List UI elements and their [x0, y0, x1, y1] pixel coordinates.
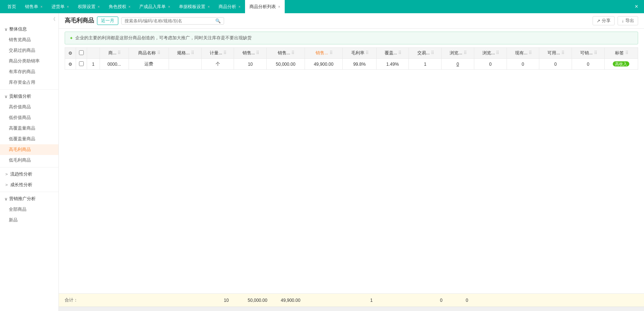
close-role-icon[interactable]: × [129, 5, 131, 9]
filter-recent-month-button[interactable]: 近一月 [97, 17, 118, 25]
sidebar-item-sales-overview[interactable]: 销售览商品 [0, 35, 58, 45]
nav-home-label: 首页 [7, 4, 16, 10]
close-product-warehouse-icon[interactable]: × [168, 5, 170, 9]
arrow-down-icon-2: ∨ [4, 94, 8, 99]
sidebar-collapse-button[interactable]: 《 [0, 13, 58, 24]
col-header-sales-amt[interactable]: 销售... ⠿ [267, 48, 305, 59]
col-header-trade-count[interactable]: 交易... ⠿ [409, 48, 442, 59]
bottom-scrollbar[interactable] [59, 307, 644, 311]
arrow-down-icon: ∨ [4, 27, 8, 32]
export-label: 导出 [625, 18, 634, 24]
close-template-icon[interactable]: × [208, 5, 210, 9]
select-all-checkbox[interactable] [79, 50, 84, 55]
col-header-settings[interactable]: ⚙ [65, 48, 76, 59]
col-header-available[interactable]: 可用... ⠿ [539, 48, 572, 59]
sidebar-item-traded-products[interactable]: 交易过的商品 [0, 45, 58, 56]
sidebar-item-high-margin[interactable]: 高毛利商品 [0, 144, 58, 155]
nav-tab-sales[interactable]: 销售单 × [21, 0, 47, 13]
row-browse-1[interactable]: 0 [442, 59, 474, 70]
table-footer: 合计： 10 50,000.00 49,900.00 1 0 0 [59, 293, 644, 307]
alert-icon: ✦ [69, 36, 73, 41]
search-icon[interactable]: 🔍 [215, 18, 221, 23]
sidebar-item-category-rate[interactable]: 商品分类助销率 [0, 56, 58, 66]
close-permission-icon[interactable]: × [98, 5, 100, 9]
nav-tab-role-label: 角色授权 [109, 4, 126, 10]
col-header-sales-profit[interactable]: 销售... ⠿ [305, 48, 342, 59]
row-sales-qty: 10 [234, 59, 267, 70]
sidebar-group-contribution[interactable]: ∨ 贡献值分析 [0, 91, 58, 102]
sidebar-item-in-stock[interactable]: 有库存的商品 [0, 66, 58, 77]
col-header-gross-rate[interactable]: 毛利率 ⠿ [343, 48, 377, 59]
col-header-unit[interactable]: 计量... ⠿ [201, 48, 234, 59]
sidebar-divider-3 [0, 192, 58, 192]
close-sales-icon[interactable]: × [40, 5, 43, 9]
sidebar-group-marketing[interactable]: ∨ 营销推广分析 [0, 194, 58, 204]
main-layout: 《 ∨ 整体信息 销售览商品 交易过的商品 商品分类助销率 有库存的商品 库存资… [0, 13, 644, 311]
col-header-check [76, 48, 87, 59]
sidebar-group-trend-label: 流趋性分析 [10, 171, 32, 177]
col-header-stock[interactable]: 现有... ⠿ [507, 48, 539, 59]
col-header-browse-2[interactable]: 浏览... ⠿ [474, 48, 507, 59]
row-check-0[interactable] [79, 61, 84, 66]
row-stock: 0 [507, 59, 539, 70]
close-purchase-icon[interactable]: × [67, 5, 69, 9]
sidebar-item-low-value[interactable]: 低价值商品 [0, 112, 58, 123]
footer-available: 0 [454, 298, 480, 303]
col-header-code[interactable]: 商... ⠿ [100, 48, 129, 59]
row-name: 运费 [129, 59, 169, 70]
nav-tab-role[interactable]: 角色授权 × [104, 0, 135, 13]
sidebar-item-stock-capital[interactable]: 库存资金占用 [0, 77, 58, 88]
row-available: 0 [539, 59, 572, 70]
search-box[interactable]: 🔍 [121, 17, 224, 25]
col-header-sales-qty[interactable]: 销售... ⠿ [234, 48, 267, 59]
close-analysis-icon[interactable]: × [238, 5, 241, 9]
share-icon: ↗ [597, 18, 600, 23]
col-header-salable[interactable]: 可销... ⠿ [572, 48, 604, 59]
footer-sales-profit: 49,900.00 [274, 298, 307, 303]
sidebar-group-trend[interactable]: ＞ 流趋性分析 [0, 169, 58, 180]
footer-sales-qty: 10 [212, 298, 241, 303]
nav-tab-analysis-list[interactable]: 商品分析列表 × [245, 0, 285, 13]
sidebar-group-marketing-label: 营销推广分析 [9, 196, 36, 202]
collapse-icon: 《 [51, 16, 55, 22]
sidebar-item-high-value[interactable]: 高价值商品 [0, 102, 58, 112]
sidebar-item-low-margin[interactable]: 低毛利商品 [0, 155, 58, 166]
sidebar: 《 ∨ 整体信息 销售览商品 交易过的商品 商品分类助销率 有库存的商品 库存资… [0, 13, 59, 311]
sidebar-item-low-coverage[interactable]: 低覆盖量商品 [0, 134, 58, 144]
sidebar-item-high-coverage[interactable]: 高覆盖量商品 [0, 123, 58, 134]
col-header-browse-1[interactable]: 浏览... ⠿ [442, 48, 474, 59]
col-header-name[interactable]: 商品名称 ⠿ [129, 48, 169, 59]
row-tag: 高收入 [604, 59, 638, 70]
arrow-right-icon: ＞ [4, 171, 9, 177]
sidebar-item-new-products[interactable]: 新品 [0, 215, 58, 225]
row-checkbox[interactable] [76, 59, 87, 70]
nav-home[interactable]: 首页 [3, 0, 21, 13]
nav-tab-product-warehouse[interactable]: 产成品入库单 × [135, 0, 175, 13]
col-header-tag[interactable]: 标签 ⠿ [604, 48, 638, 59]
close-analysis-list-icon[interactable]: × [278, 5, 280, 9]
share-button[interactable]: ↗ 分享 [593, 16, 615, 25]
col-header-spec[interactable]: 规格... ⠿ [169, 48, 202, 59]
sidebar-group-overall[interactable]: ∨ 整体信息 [0, 24, 58, 35]
footer-sales-amt: 50,000.00 [241, 298, 274, 303]
table-container: ⚙ 商... ⠿ 商品名称 ⠿ 规格... ⠿ 计量... ⠿ 销售... ⠿ … [59, 47, 644, 293]
nav-tab-template[interactable]: 单据模板设置 × [175, 0, 214, 13]
table-row: ⚙ 1 0000... 运费 个 10 50,000.00 49,900.00 … [65, 59, 638, 70]
sidebar-group-growth[interactable]: ＞ 成长性分析 [0, 180, 58, 190]
nav-tab-permission[interactable]: 权限设置 × [73, 0, 104, 13]
footer-stock: 0 [428, 298, 454, 303]
content-header: 高毛利商品 近一月 🔍 ↗ 分享 ↓ 导出 [59, 13, 644, 29]
nav-tab-purchase[interactable]: 进货单 × [47, 0, 73, 13]
row-settings-icon[interactable]: ⚙ [65, 59, 76, 70]
sidebar-group-growth-label: 成长性分析 [10, 182, 32, 188]
row-sales-profit: 49,900.00 [305, 59, 342, 70]
search-input[interactable] [125, 18, 215, 23]
nav-tab-analysis[interactable]: 商品分析 × [214, 0, 245, 13]
share-label: 分享 [602, 18, 611, 24]
export-button[interactable]: ↓ 导出 [618, 16, 638, 25]
nav-tab-purchase-label: 进货单 [51, 4, 65, 10]
row-sales-amt: 50,000.00 [267, 59, 305, 70]
close-all-button[interactable]: × [632, 3, 641, 10]
col-header-cover-rate[interactable]: 覆盖... ⠿ [376, 48, 409, 59]
sidebar-item-all-products[interactable]: 全部商品 [0, 204, 58, 215]
